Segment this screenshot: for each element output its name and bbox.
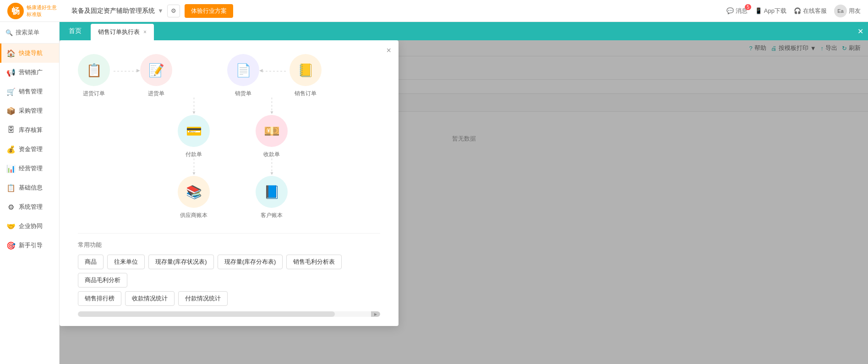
- flow-node-sales-order[interactable]: 📒 销售订单: [289, 54, 322, 98]
- func-btn-product-margin[interactable]: 商品毛利分析: [78, 273, 127, 288]
- sidebar-item-marketing[interactable]: 📢 营销推广: [0, 63, 59, 82]
- sidebar-item-label: 基础信息: [19, 184, 43, 192]
- gear-icon: ⚙: [7, 203, 15, 211]
- arrow-sales-order-to-receipt: [259, 71, 289, 81]
- purchase-order-label: 进货订单: [83, 90, 105, 98]
- sidebar-item-label: 快捷导航: [19, 49, 43, 57]
- sidebar-item-quick-nav[interactable]: 🏠 快捷导航: [0, 43, 59, 63]
- online-service-label: 在线客服: [803, 7, 827, 15]
- money-icon: 💰: [7, 145, 15, 153]
- sidebar-item-purchase[interactable]: 📦 采购管理: [0, 101, 59, 120]
- search-menu-button[interactable]: 🔍 搜索菜单: [4, 27, 55, 38]
- search-menu-label: 搜索菜单: [16, 28, 39, 37]
- top-bar: 畅 畅康通好生意 标准版 装备及固定资产辅助管理系统 ▼ ⚙ 体验行业方案 💬 …: [0, 0, 868, 22]
- cart-icon: 🛒: [7, 87, 15, 96]
- app-download-label: App下载: [764, 7, 786, 15]
- func-btn-stock-status[interactable]: 现存量(库存状况表): [148, 255, 214, 269]
- app-download-button[interactable]: 📱 App下载: [755, 7, 786, 15]
- common-functions-title: 常用功能: [78, 241, 380, 249]
- sidebar-item-guide[interactable]: 🎯 新手引导: [0, 236, 59, 255]
- sidebar-item-label: 资金管理: [19, 145, 43, 153]
- sidebar-item-label: 企业协同: [19, 222, 43, 230]
- sidebar-search-area: 🔍 搜索菜单: [0, 22, 59, 43]
- tab-home[interactable]: 首页: [60, 22, 91, 40]
- popup-close-button[interactable]: ×: [386, 46, 391, 55]
- flow-node-supplier-ledger[interactable]: 📚 供应商账本: [178, 176, 210, 219]
- flow-diagram: 📋 进货订单: [78, 54, 380, 219]
- popup-scrollbar[interactable]: ▶: [78, 311, 380, 317]
- chart-icon: 📊: [7, 164, 15, 173]
- func-btn-product[interactable]: 商品: [78, 255, 104, 269]
- flow-node-customer-ledger[interactable]: 📘 客户账本: [256, 176, 288, 219]
- func-buttons-row1: 商品 往来单位 现存量(库存状况表) 现存量(库存分布表) 销售毛利分析表 商品…: [78, 255, 380, 288]
- common-functions-section: 常用功能 商品 往来单位 现存量(库存状况表) 现存量(库存分布表) 销售毛利分…: [78, 233, 380, 306]
- sidebar-item-system[interactable]: ⚙ 系统管理: [0, 197, 59, 217]
- user-menu[interactable]: Ea 用友: [834, 5, 861, 17]
- app-container: 畅 畅康通好生意 标准版 装备及固定资产辅助管理系统 ▼ ⚙ 体验行业方案 💬 …: [0, 0, 868, 364]
- popup-overlay[interactable]: × 📋 进货订单: [60, 40, 868, 364]
- headset-icon: 🎧: [794, 7, 801, 14]
- sales-order-icon: 📒: [298, 63, 314, 78]
- message-badge: 5: [745, 4, 751, 10]
- sales-receipt-label: 销货单: [235, 90, 251, 98]
- sidebar-item-collab[interactable]: 🤝 企业协同: [0, 217, 59, 236]
- purchase-receipt-label: 进货单: [148, 90, 164, 98]
- tab-label: 销售订单执行表: [98, 28, 140, 36]
- func-buttons-row2: 销售排行榜 收款情况统计 付款情况统计: [78, 291, 380, 306]
- receipt-order-icon: 💴: [264, 124, 280, 139]
- func-btn-stock-dist[interactable]: 现存量(库存分布表): [218, 255, 283, 269]
- sidebar: 🔍 搜索菜单 🏠 快捷导航 📢 营销推广 🛒 销售管理 📦: [0, 22, 60, 364]
- arrow-purchase-to-receipt: [110, 71, 140, 81]
- top-right: 💬 消息 5 📱 App下载 🎧 在线客服 Ea 用友: [726, 5, 861, 17]
- logo-area: 畅 畅康通好生意 标准版: [7, 3, 67, 19]
- search-icon: 🔍: [5, 29, 13, 36]
- func-btn-receipt-stats[interactable]: 收款情况统计: [125, 291, 175, 306]
- dropdown-icon[interactable]: ▼: [158, 7, 164, 14]
- box-icon: 📦: [7, 107, 15, 115]
- tab-sales-order[interactable]: 销售订单执行表 ×: [91, 24, 154, 40]
- purchase-receipt-icon: 📝: [148, 63, 164, 78]
- receipt-order-label: 收款单: [263, 151, 280, 158]
- sidebar-item-operations[interactable]: 📊 经营管理: [0, 159, 59, 178]
- tab-bar-close-button[interactable]: ✕: [857, 27, 863, 36]
- payment-order-icon: 💳: [186, 124, 202, 139]
- message-icon: 💬: [726, 7, 734, 14]
- flow-node-receipt-order[interactable]: 💴 收款单: [256, 115, 288, 158]
- sidebar-item-label: 采购管理: [19, 107, 43, 115]
- system-title-area: 装备及固定资产辅助管理系统 ▼ ⚙ 体验行业方案: [71, 4, 726, 18]
- sidebar-item-inventory[interactable]: 🗄 库存核算: [0, 120, 59, 140]
- sidebar-item-label: 系统管理: [19, 203, 43, 211]
- popup-scrollbar-thumb: [78, 311, 335, 317]
- guide-icon: 🎯: [7, 241, 15, 250]
- user-label: 用友: [849, 7, 861, 15]
- logo-icon: 畅: [7, 3, 24, 19]
- tab-bar: 首页 销售订单执行表 × ✕: [60, 22, 868, 40]
- sidebar-item-label: 销售管理: [19, 87, 43, 96]
- sidebar-item-label: 营销推广: [19, 68, 43, 76]
- flow-node-purchase-order[interactable]: 📋 进货订单: [78, 54, 110, 98]
- message-button[interactable]: 💬 消息 5: [726, 7, 748, 15]
- experience-button[interactable]: 体验行业方案: [185, 4, 233, 18]
- sidebar-item-basic-info[interactable]: 📋 基础信息: [0, 178, 59, 197]
- supplier-ledger-label: 供应商账本: [180, 212, 207, 219]
- popup-scroll-right-button[interactable]: ▶: [371, 311, 380, 317]
- func-btn-sales-margin[interactable]: 销售毛利分析表: [286, 255, 342, 269]
- func-btn-partners[interactable]: 往来单位: [107, 255, 145, 269]
- sidebar-item-label: 经营管理: [19, 164, 43, 173]
- sidebar-item-finance[interactable]: 💰 资金管理: [0, 140, 59, 159]
- purchase-order-icon: 📋: [86, 63, 102, 78]
- collab-icon: 🤝: [7, 222, 15, 230]
- settings-button[interactable]: ⚙: [167, 5, 180, 17]
- sidebar-nav: 🏠 快捷导航 📢 营销推广 🛒 销售管理 📦 采购管理 🗄 库存核: [0, 43, 59, 364]
- tab-close-icon[interactable]: ×: [143, 29, 147, 35]
- sidebar-item-sales[interactable]: 🛒 销售管理: [0, 82, 59, 101]
- flow-node-payment-order[interactable]: 💳 付款单: [178, 115, 210, 158]
- supplier-ledger-icon: 📚: [186, 185, 202, 200]
- flow-node-sales-receipt[interactable]: 📄 销货单: [227, 54, 259, 98]
- flow-node-purchase-receipt[interactable]: 📝 进货单: [140, 54, 172, 98]
- func-btn-sales-rank[interactable]: 销售排行榜: [78, 291, 121, 306]
- online-service-button[interactable]: 🎧 在线客服: [794, 7, 827, 15]
- func-btn-payment-stats[interactable]: 付款情况统计: [178, 291, 228, 306]
- megaphone-icon: 📢: [7, 68, 15, 76]
- popup-dialog: × 📋 进货订单: [60, 40, 399, 326]
